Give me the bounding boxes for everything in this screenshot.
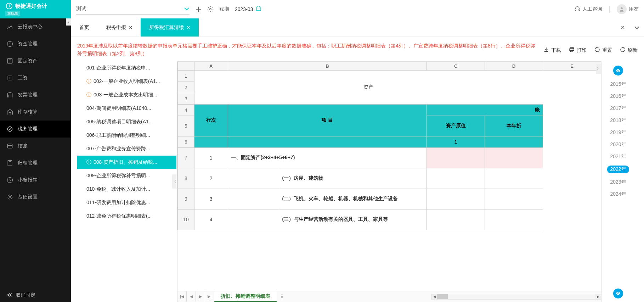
year-item[interactable]: 2019年 [610, 129, 626, 136]
nav-item[interactable]: 税务管理 [0, 121, 71, 138]
cell-item[interactable]: (三）与生产经营活动有关的器具、工具、家具等 [279, 209, 427, 230]
period-picker[interactable]: 2023-03 [235, 6, 261, 12]
col-header-e[interactable]: E [543, 62, 601, 70]
cell-line[interactable]: 1 [194, 147, 228, 168]
row-num[interactable]: 9 [178, 189, 194, 209]
company-selector[interactable]: 测试 [76, 4, 190, 15]
cell[interactable] [194, 136, 228, 147]
print-button[interactable]: 打印 [569, 47, 587, 54]
close-all-tabs-button[interactable]: × [616, 18, 630, 37]
sheet-resize-handle[interactable]: ⠿ [277, 294, 288, 300]
nav-item[interactable]: 资金管理 [0, 35, 71, 52]
form-list-item[interactable]: 001-企业所得税年度纳税申... [77, 61, 176, 75]
cell[interactable] [427, 147, 485, 168]
year-item[interactable]: 2021年 [610, 153, 626, 160]
year-item[interactable]: 2024年 [610, 191, 626, 197]
form-list-item[interactable]: 011-研发费用加计扣除优惠... [77, 196, 176, 209]
nav-item[interactable]: 固定资产 [0, 52, 71, 69]
form-list-item[interactable]: 005-纳税调整项目明细表(A1... [77, 115, 176, 129]
tab-home[interactable]: 首页 [71, 18, 98, 37]
row-num[interactable]: 5 [178, 116, 194, 136]
form-list-item[interactable]: ⓘ008-资产折旧、摊销及纳税... [77, 156, 176, 169]
cell-item[interactable]: 一、固定资产(2+3+4+5+6+7) [228, 147, 427, 168]
corner-cell[interactable] [178, 62, 194, 70]
row-num[interactable]: 3 [178, 93, 194, 104]
scroll-right-icon[interactable]: ▶ [595, 294, 601, 299]
col-header-c[interactable]: C [427, 62, 485, 70]
nav-item[interactable]: 工资 [0, 69, 71, 86]
form-list-item[interactable]: 010-免税、减计收入及加计... [77, 183, 176, 196]
download-button[interactable]: 下载 [543, 47, 561, 54]
close-icon[interactable]: × [187, 24, 190, 31]
year-item[interactable]: 2017年 [610, 105, 626, 112]
tab-menu-button[interactable] [630, 18, 644, 37]
horizontal-scrollbar[interactable]: ◀ ▶ [431, 294, 601, 300]
form-list-item[interactable]: 012-减免所得税优惠明细表(... [77, 209, 176, 223]
settings-button[interactable] [207, 6, 214, 12]
form-list-item[interactable]: 007-广告费和业务宣传费跨... [77, 142, 176, 156]
cell[interactable] [427, 209, 485, 230]
sheet-next-icon[interactable]: ▶ [196, 291, 205, 302]
nav-item[interactable]: 发票管理 [0, 86, 71, 104]
form-list-item[interactable]: ⓘ002-一般企业收入明细表(A1... [77, 75, 176, 88]
year-down-button[interactable] [613, 289, 623, 298]
cell[interactable] [228, 209, 279, 230]
nav-item[interactable]: 云报表中心 [0, 18, 71, 35]
row-num[interactable]: 10 [178, 209, 194, 230]
form-list-item[interactable]: 009-企业所得税弥补亏损明... [77, 169, 176, 183]
form-list-item[interactable]: 006-职工薪酬纳税调整明细... [77, 129, 176, 142]
cell[interactable] [427, 168, 485, 189]
cell-line[interactable]: 4 [194, 209, 228, 230]
tab-tax-filing[interactable]: 税务申报 × [98, 18, 141, 37]
form-list-item[interactable]: 004-期间费用明细表(A1040... [77, 102, 176, 115]
close-icon[interactable]: × [129, 24, 132, 31]
year-item[interactable]: 2022年 [607, 166, 629, 173]
collapse-left-icon[interactable]: 《 [172, 174, 176, 189]
col-header-d[interactable]: D [485, 62, 543, 70]
reset-button[interactable]: 重置 [594, 47, 612, 54]
cell[interactable] [485, 209, 543, 230]
sheet-grid[interactable]: A B C D E 1 资产 2 3 [177, 62, 601, 291]
year-item[interactable]: 2015年 [610, 81, 626, 88]
header-row-num[interactable]: 行次 [194, 104, 228, 136]
nav-item[interactable]: 基础设置 [0, 189, 71, 206]
cell[interactable] [228, 168, 279, 189]
cell[interactable] [485, 189, 543, 209]
sheet-title-cell[interactable]: 资产 [194, 70, 543, 104]
unpin-button[interactable]: 取消固定 [0, 289, 71, 302]
col-header-a[interactable]: A [194, 62, 228, 70]
cell[interactable] [427, 189, 485, 209]
sheet-last-icon[interactable]: ▶| [205, 291, 214, 302]
tab-income-tax[interactable]: 所得税汇算清缴 × [141, 18, 198, 37]
header-depr[interactable]: 本年折 [485, 116, 543, 136]
sidebar-scroll-up-icon[interactable]: ▲ [66, 18, 71, 26]
col-header-b[interactable]: B [228, 62, 427, 70]
add-button[interactable] [195, 6, 202, 12]
cell[interactable] [228, 136, 427, 147]
nav-item[interactable]: 库存核算 [0, 104, 71, 121]
cell-line[interactable]: 2 [194, 168, 228, 189]
row-num[interactable]: 4 [178, 104, 194, 116]
user-menu[interactable]: 用友 [617, 4, 639, 14]
nav-item[interactable]: 归档管理 [0, 155, 71, 172]
cell[interactable] [485, 168, 543, 189]
row-num[interactable]: 7 [178, 147, 194, 168]
cell-line[interactable]: 3 [194, 189, 228, 209]
cell[interactable] [228, 189, 279, 209]
nav-item[interactable]: 小畅报销 [0, 172, 71, 189]
sheet-prev-icon[interactable]: ◀ [187, 291, 196, 302]
year-item[interactable]: 2018年 [610, 117, 626, 124]
header-acct[interactable]: 账 [427, 104, 543, 116]
form-list-item[interactable]: ⓘ003-一般企业成本支出明细... [77, 88, 176, 102]
row-num[interactable]: 2 [178, 82, 194, 93]
header-item[interactable]: 项 目 [228, 104, 427, 136]
year-item[interactable]: 2020年 [610, 141, 626, 148]
consult-button[interactable]: 人工咨询 [575, 6, 602, 12]
row-num[interactable]: 1 [178, 70, 194, 82]
year-item[interactable]: 2016年 [610, 93, 626, 100]
cell-item[interactable]: (一）房屋、建筑物 [279, 168, 427, 189]
cell[interactable] [485, 147, 543, 168]
year-item[interactable]: 2023年 [610, 179, 626, 185]
cell[interactable] [485, 136, 543, 147]
sheet-first-icon[interactable]: |◀ [177, 291, 187, 302]
